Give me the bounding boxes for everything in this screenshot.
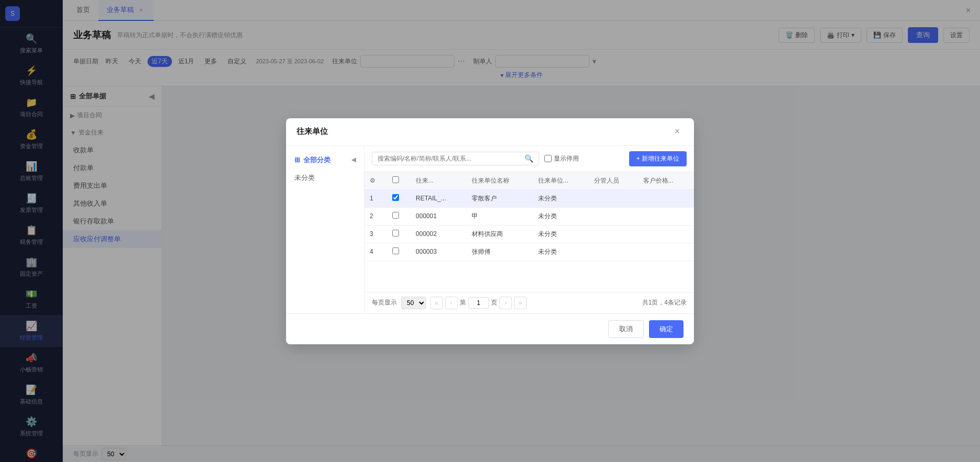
grid-icon: ⊞ [294, 156, 300, 164]
modal-sidebar: ⊞ 全部分类 ◀ 未分类 [286, 146, 364, 313]
row-seq: 2 [364, 207, 387, 225]
row-price-level [638, 189, 694, 207]
row-code: 000001 [411, 207, 466, 225]
row-seq: 3 [364, 225, 387, 243]
modal-search-input[interactable] [378, 155, 521, 162]
pager-prev-btn[interactable]: ‹ [445, 297, 458, 309]
row-category: 未分类 [533, 225, 589, 243]
show-disabled-checkbox[interactable] [544, 155, 552, 162]
modal-sidebar-all[interactable]: ⊞ 全部分类 ◀ [286, 151, 364, 169]
row-select-checkbox[interactable] [392, 194, 399, 201]
row-price-level [638, 225, 694, 243]
th-category: 往来单位... [533, 172, 589, 190]
row-select-checkbox[interactable] [392, 230, 399, 236]
per-page-select[interactable]: 50 [401, 297, 426, 309]
show-disabled-label[interactable]: 显示停用 [544, 154, 579, 163]
modal-table: ⚙ 往来... 往来单位名称 往来单位... [364, 172, 694, 292]
settings-icon: ⚙ [370, 177, 375, 184]
row-code: RETAIL_... [411, 189, 466, 207]
total-info: 共1页，4条记录 [642, 298, 687, 307]
row-name: 张师傅 [466, 243, 533, 261]
row-checkbox[interactable] [387, 225, 411, 243]
page-input[interactable] [468, 297, 489, 309]
row-category: 未分类 [533, 207, 589, 225]
table-row[interactable]: 1 RETAIL_... 零散客户 未分类 [364, 189, 694, 207]
select-all-checkbox[interactable] [392, 176, 399, 183]
sidebar-collapse-icon[interactable]: ◀ [351, 156, 356, 163]
row-manager [589, 225, 638, 243]
th-settings: ⚙ [364, 172, 387, 190]
row-price-level [638, 243, 694, 261]
search-icon: 🔍 [525, 154, 533, 163]
modal-close-btn[interactable]: × [671, 126, 683, 138]
row-name: 材料供应商 [466, 225, 533, 243]
table-row[interactable]: 4 000003 张师傅 未分类 [364, 243, 694, 261]
row-code: 000002 [411, 225, 466, 243]
th-checkbox [387, 172, 411, 190]
row-seq: 4 [364, 243, 387, 261]
modal-search-box: 🔍 [372, 152, 539, 165]
table-row[interactable]: 3 000002 材料供应商 未分类 [364, 225, 694, 243]
row-checkbox[interactable] [387, 243, 411, 261]
th-manager: 分管人员 [589, 172, 638, 190]
row-price-level [638, 207, 694, 225]
modal-pagination: 每页显示 50 « ‹ 第 页 › » 共1页，4条记录 [364, 292, 694, 313]
modal-overlay: 往来单位 × ⊞ 全部分类 ◀ 未分类 [0, 0, 980, 462]
row-manager [589, 207, 638, 225]
pager-next-btn[interactable]: › [499, 297, 512, 309]
modal-toolbar: 🔍 显示停用 + 新增往来单位 [364, 146, 694, 172]
row-name: 甲 [466, 207, 533, 225]
table-row[interactable]: 2 000001 甲 未分类 [364, 207, 694, 225]
partner-table: ⚙ 往来... 往来单位名称 往来单位... [364, 172, 694, 261]
row-checkbox[interactable] [387, 207, 411, 225]
row-select-checkbox[interactable] [392, 247, 399, 254]
pager: « ‹ 第 页 › » [430, 297, 527, 309]
row-code: 000003 [411, 243, 466, 261]
row-seq: 1 [364, 189, 387, 207]
pager-first-btn[interactable]: « [430, 297, 443, 309]
row-select-checkbox[interactable] [392, 212, 399, 219]
row-manager [589, 243, 638, 261]
modal-sidebar-uncategorized[interactable]: 未分类 [286, 169, 364, 187]
th-name: 往来单位名称 [466, 172, 533, 190]
th-code: 往来... [411, 172, 466, 190]
row-manager [589, 189, 638, 207]
modal-header: 往来单位 × [286, 118, 694, 146]
row-name: 零散客户 [466, 189, 533, 207]
th-price: 客户价格... [638, 172, 694, 190]
modal-actions: 取消 确定 [286, 313, 694, 344]
partner-modal: 往来单位 × ⊞ 全部分类 ◀ 未分类 [286, 118, 694, 344]
modal-title: 往来单位 [297, 127, 328, 137]
row-category: 未分类 [533, 243, 589, 261]
modal-content: 🔍 显示停用 + 新增往来单位 ⚙ [364, 146, 694, 313]
row-checkbox[interactable] [387, 189, 411, 207]
row-category: 未分类 [533, 189, 589, 207]
modal-body: ⊞ 全部分类 ◀ 未分类 🔍 显示停用 [286, 146, 694, 313]
cancel-button[interactable]: 取消 [608, 320, 644, 338]
confirm-button[interactable]: 确定 [649, 320, 683, 338]
add-partner-button[interactable]: + 新增往来单位 [629, 151, 687, 166]
pager-last-btn[interactable]: » [514, 297, 527, 309]
